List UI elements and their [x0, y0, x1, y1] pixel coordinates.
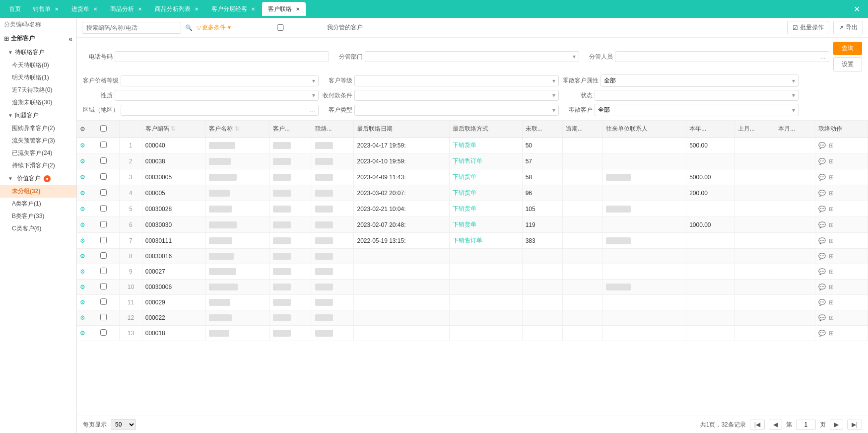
cell-action[interactable]: 💬 ⊞ — [815, 201, 868, 217]
cell-checkbox[interactable] — [97, 153, 120, 169]
row-checkbox[interactable] — [100, 205, 107, 212]
cell-last-way[interactable]: 下销货单 — [449, 201, 522, 217]
cell-checkbox[interactable] — [97, 326, 120, 341]
cell-checkbox[interactable] — [97, 201, 120, 217]
page-first-btn[interactable]: |◀ — [750, 420, 765, 430]
row-checkbox[interactable] — [100, 329, 107, 336]
select-all-checkbox[interactable] — [100, 125, 107, 132]
contact-way-link[interactable]: 下销货单 — [453, 189, 476, 196]
nav-tab-customer-tier[interactable]: 客户分层经客 ✕ — [205, 2, 261, 16]
sidebar-item-pending-tomorrow[interactable]: 明天待联络(1) — [0, 72, 76, 84]
contact-way-link[interactable]: 下销货单 — [453, 142, 476, 148]
query-btn[interactable]: 查询 — [833, 42, 862, 55]
th-code[interactable]: 客户编码 ⇅ — [142, 121, 206, 138]
row-settings-icon[interactable]: ⚙ — [80, 158, 85, 165]
page-number-input[interactable] — [796, 420, 816, 430]
message-icon[interactable]: 💬 — [818, 158, 826, 165]
row-checkbox[interactable] — [100, 283, 107, 289]
sidebar-item-pending-overdue[interactable]: 逾期未联络(30) — [0, 96, 76, 109]
message-icon[interactable]: 💬 — [818, 314, 826, 321]
price-level-select[interactable]: ▾ — [121, 75, 319, 86]
grid-action-icon[interactable]: ⊞ — [829, 142, 834, 149]
grid-action-icon[interactable]: ⊞ — [829, 284, 834, 290]
my-customers-check[interactable] — [236, 24, 325, 31]
sidebar-item-class-b[interactable]: B类客户(33) — [0, 210, 76, 222]
cell-last-way[interactable]: 下销售订单 — [449, 153, 522, 169]
cell-action[interactable]: 💬 ⊞ — [815, 249, 868, 264]
cell-action[interactable]: 💬 ⊞ — [815, 280, 868, 295]
sidebar-item-lost[interactable]: 已流失客户(24) — [0, 147, 76, 159]
nav-tab-purchase[interactable]: 进货单 ✕ — [66, 2, 103, 16]
grid-action-icon[interactable]: ⊞ — [829, 190, 834, 197]
grid-action-icon[interactable]: ⊞ — [829, 174, 834, 181]
sidebar-all-customers[interactable]: ⊞ 全部客户 « — [0, 31, 76, 46]
cell-last-way[interactable]: 下销售订单 — [449, 233, 522, 249]
message-icon[interactable]: 💬 — [818, 284, 826, 290]
cell-action[interactable]: 💬 ⊞ — [815, 169, 868, 185]
row-settings-icon[interactable]: ⚙ — [80, 268, 85, 275]
row-checkbox[interactable] — [100, 173, 107, 180]
nav-tab-analysis[interactable]: 商品分析 ✕ — [104, 2, 148, 16]
contact-way-link[interactable]: 下销售订单 — [453, 157, 482, 164]
cell-settings[interactable]: ⚙ — [77, 138, 97, 153]
cell-settings[interactable]: ⚙ — [77, 326, 97, 341]
window-close-button[interactable]: ✕ — [850, 4, 864, 14]
message-icon[interactable]: 💬 — [818, 221, 826, 228]
cell-action[interactable]: 💬 ⊞ — [815, 185, 868, 201]
region-select[interactable]: … — [121, 105, 319, 116]
row-checkbox[interactable] — [100, 157, 107, 164]
sidebar-item-class-a[interactable]: A类客户(1) — [0, 198, 76, 210]
search-icon[interactable]: 🔍 — [185, 24, 193, 31]
cell-checkbox[interactable] — [97, 264, 120, 280]
grid-action-icon[interactable]: ⊞ — [829, 268, 834, 275]
cell-settings[interactable]: ⚙ — [77, 295, 97, 310]
nav-tab-sales-close[interactable]: ✕ — [55, 6, 59, 12]
batch-ops-btn[interactable]: ☑ 批量操作 — [787, 21, 829, 34]
cell-checkbox[interactable] — [97, 185, 120, 201]
cell-settings[interactable]: ⚙ — [77, 217, 97, 233]
nav-tab-sales[interactable]: 销售单 ✕ — [27, 2, 65, 16]
grid-action-icon[interactable]: ⊞ — [829, 253, 834, 260]
message-icon[interactable]: 💬 — [818, 142, 826, 149]
contact-way-link[interactable]: 下销货单 — [453, 221, 476, 228]
export-btn[interactable]: ↗ 导出 — [833, 21, 863, 34]
sidebar-search-input[interactable] — [4, 21, 77, 28]
cell-checkbox[interactable] — [97, 217, 120, 233]
cell-settings[interactable]: ⚙ — [77, 280, 97, 295]
nav-tab-analysis-list-close[interactable]: ✕ — [195, 6, 199, 12]
row-checkbox[interactable] — [100, 142, 107, 148]
my-customers-checkbox[interactable]: 我分管的客户 — [236, 23, 363, 32]
nav-tab-customer-contact-close[interactable]: ✕ — [296, 6, 300, 12]
status-select[interactable]: ▾ — [595, 90, 799, 101]
payment-select[interactable]: ▾ — [354, 90, 558, 101]
row-settings-icon[interactable]: ⚙ — [80, 299, 85, 306]
cell-checkbox[interactable] — [97, 295, 120, 310]
sidebar-problem-section[interactable]: ▼ 问题客户 — [0, 109, 76, 122]
reset-btn[interactable]: 设置 — [833, 57, 862, 72]
nav-tab-analysis-list[interactable]: 商品分析列表 ✕ — [149, 2, 204, 16]
cell-checkbox[interactable] — [97, 233, 120, 249]
message-icon[interactable]: 💬 — [818, 190, 826, 197]
sidebar-item-class-c[interactable]: C类客户(6) — [0, 222, 76, 235]
search-input[interactable] — [82, 22, 181, 34]
cell-settings[interactable]: ⚙ — [77, 249, 97, 264]
row-checkbox[interactable] — [100, 189, 107, 196]
nature-select[interactable]: ▾ — [115, 90, 319, 101]
cust-type-select[interactable]: ▾ — [354, 105, 558, 116]
row-settings-icon[interactable]: ⚙ — [80, 221, 85, 228]
row-settings-icon[interactable]: ⚙ — [80, 253, 85, 260]
message-icon[interactable]: 💬 — [818, 174, 826, 181]
retail-attr-select[interactable]: 全部 ▾ — [601, 74, 799, 87]
message-icon[interactable]: 💬 — [818, 237, 826, 244]
sidebar-item-declining[interactable]: 持续下滑客户(2) — [0, 159, 76, 172]
cell-action[interactable]: 💬 ⊞ — [815, 264, 868, 280]
contact-way-link[interactable]: 下销售订单 — [453, 237, 482, 244]
th-checkbox[interactable] — [97, 121, 120, 138]
contact-way-link[interactable]: 下销货单 — [453, 173, 476, 180]
grid-action-icon[interactable]: ⊞ — [829, 206, 834, 213]
message-icon[interactable]: 💬 — [818, 206, 826, 213]
nav-tab-purchase-close[interactable]: ✕ — [93, 6, 97, 12]
row-checkbox[interactable] — [100, 314, 107, 320]
sidebar-collapse-btn[interactable]: « — [68, 35, 72, 43]
cell-last-way[interactable]: 下销货单 — [449, 185, 522, 201]
